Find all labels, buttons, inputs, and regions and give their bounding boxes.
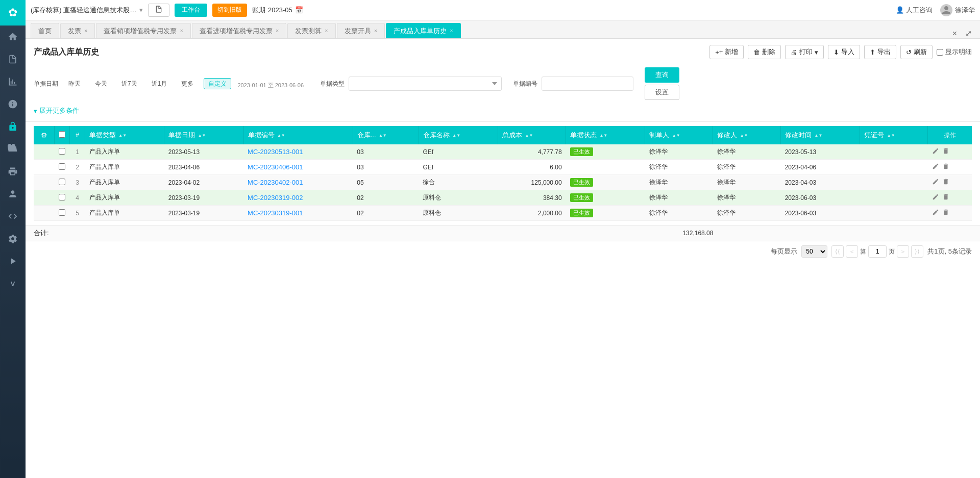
th-doc-type[interactable]: 单据类型 ▲▼ bbox=[85, 126, 164, 144]
tab-invoice[interactable]: 发票 × bbox=[60, 23, 95, 38]
row-checkbox[interactable] bbox=[55, 144, 70, 160]
row-select-checkbox[interactable] bbox=[59, 209, 65, 216]
row-checkbox[interactable] bbox=[55, 160, 70, 175]
th-status-sort[interactable]: ▲▼ bbox=[599, 133, 607, 138]
expand-more-btn[interactable]: ▾ 展开更多条件 bbox=[34, 104, 79, 117]
tab-invoice-close[interactable]: × bbox=[84, 28, 87, 34]
first-page-btn[interactable]: ⟨⟨ bbox=[831, 245, 844, 258]
sidebar-item-settings[interactable] bbox=[0, 228, 26, 250]
th-doc-date[interactable]: 单据日期 ▲▼ bbox=[164, 126, 243, 144]
date-btn-yesterday[interactable]: 昨天 bbox=[64, 78, 85, 90]
row-doc-number[interactable]: MC-20230319-002 bbox=[243, 190, 353, 206]
doc-icon-btn[interactable] bbox=[148, 4, 169, 17]
sidebar-item-assets[interactable] bbox=[0, 138, 26, 160]
tab-input-vat-close[interactable]: × bbox=[276, 28, 279, 34]
row-edit-icon[interactable] bbox=[932, 147, 939, 156]
calendar-icon[interactable]: 📅 bbox=[295, 6, 303, 14]
page-input[interactable] bbox=[868, 245, 887, 258]
prev-page-btn[interactable]: ＜ bbox=[846, 245, 858, 258]
th-total-cost-sort[interactable]: ▲▼ bbox=[525, 133, 533, 138]
per-page-select[interactable]: 10 20 50 100 bbox=[801, 245, 827, 258]
row-edit-icon[interactable] bbox=[932, 209, 939, 217]
refresh-btn[interactable]: ↺ 刷新 bbox=[900, 45, 933, 59]
th-checkbox[interactable] bbox=[55, 126, 70, 144]
switch-old-btn[interactable]: 切到旧版 bbox=[212, 4, 247, 17]
tab-invoice-open[interactable]: 发票开具 × bbox=[337, 23, 385, 38]
sidebar-item-doc[interactable] bbox=[0, 48, 26, 70]
show-detail-checkbox-label[interactable]: 显示明细 bbox=[937, 47, 972, 57]
row-delete-icon[interactable] bbox=[942, 163, 949, 171]
doc-number-link[interactable]: MC-20230319-001 bbox=[248, 209, 303, 217]
th-total-cost[interactable]: 总成本 ▲▼ bbox=[498, 126, 566, 144]
row-checkbox[interactable] bbox=[55, 175, 70, 190]
show-detail-checkbox[interactable] bbox=[937, 49, 943, 56]
support-area[interactable]: 👤 人工咨询 bbox=[896, 6, 933, 15]
tab-close-window-btn[interactable]: × bbox=[949, 29, 960, 38]
date-btn-7days[interactable]: 近7天 bbox=[117, 78, 141, 90]
tab-sales-vat[interactable]: 查看销项增值税专用发票 × bbox=[96, 23, 190, 38]
next-page-btn[interactable]: ＞ bbox=[897, 245, 909, 258]
row-checkbox[interactable] bbox=[55, 190, 70, 206]
doc-number-link[interactable]: MC-20230319-002 bbox=[248, 194, 303, 202]
tab-invoice-calc-close[interactable]: × bbox=[325, 28, 328, 34]
row-edit-icon[interactable] bbox=[932, 193, 939, 202]
th-doc-num-sort[interactable]: ▲▼ bbox=[277, 133, 285, 138]
new-btn[interactable]: + + 新增 bbox=[709, 45, 744, 59]
tab-product-history[interactable]: 产成品入库单历史 × bbox=[386, 23, 460, 38]
doc-number-link[interactable]: MC-20230406-001 bbox=[248, 163, 303, 171]
tab-input-vat[interactable]: 查看进项增值税专用发票 × bbox=[192, 23, 286, 38]
set-btn[interactable]: 设置 bbox=[645, 85, 679, 100]
th-status[interactable]: 单据状态 ▲▼ bbox=[566, 126, 645, 144]
sidebar-item-api[interactable] bbox=[0, 205, 26, 228]
tab-invoice-open-close[interactable]: × bbox=[374, 28, 377, 34]
print-btn[interactable]: 🖨 打印 ▾ bbox=[785, 45, 824, 59]
row-select-checkbox[interactable] bbox=[59, 163, 65, 170]
row-delete-icon[interactable] bbox=[942, 209, 949, 217]
row-doc-number[interactable]: MC-20230402-001 bbox=[243, 175, 353, 190]
query-btn[interactable]: 查询 bbox=[645, 67, 679, 83]
date-btn-more[interactable]: 更多 bbox=[177, 78, 198, 90]
th-doc-num[interactable]: 单据编号 ▲▼ bbox=[243, 126, 353, 144]
select-all-checkbox[interactable] bbox=[59, 131, 65, 138]
row-edit-icon[interactable] bbox=[932, 163, 939, 171]
doc-number-link[interactable]: MC-20230513-001 bbox=[248, 148, 303, 156]
sidebar-item-chart[interactable] bbox=[0, 70, 26, 93]
sidebar-item-version[interactable]: V bbox=[0, 272, 26, 295]
sidebar-item-home[interactable] bbox=[0, 26, 26, 48]
row-doc-number[interactable]: MC-20230513-001 bbox=[243, 144, 353, 160]
row-delete-icon[interactable] bbox=[942, 147, 949, 156]
tab-expand-btn[interactable]: ⤢ bbox=[962, 29, 975, 38]
th-creator[interactable]: 制单人 ▲▼ bbox=[645, 126, 713, 144]
row-select-checkbox[interactable] bbox=[59, 148, 65, 155]
sidebar-item-video[interactable] bbox=[0, 250, 26, 272]
row-delete-icon[interactable] bbox=[942, 178, 949, 187]
doc-number-link[interactable]: MC-20230402-001 bbox=[248, 179, 303, 186]
row-doc-number[interactable]: MC-20230406-001 bbox=[243, 160, 353, 175]
th-modify-time-sort[interactable]: ▲▼ bbox=[815, 133, 823, 138]
row-edit-icon[interactable] bbox=[932, 178, 939, 187]
row-select-checkbox[interactable] bbox=[59, 194, 65, 200]
doc-type-select[interactable]: 产品入库单 bbox=[349, 77, 502, 91]
th-settings[interactable]: ⚙ bbox=[34, 126, 55, 144]
tab-invoice-calc[interactable]: 发票测算 × bbox=[287, 23, 335, 38]
tab-product-history-close[interactable]: × bbox=[450, 28, 453, 34]
sidebar-item-manage[interactable] bbox=[0, 183, 26, 205]
row-select-checkbox[interactable] bbox=[59, 179, 65, 185]
company-selector[interactable]: (库存核算) 直播轻途通信息技术股份... ▾ bbox=[31, 6, 143, 15]
th-modify-time[interactable]: 修改时间 ▲▼ bbox=[781, 126, 860, 144]
row-checkbox[interactable] bbox=[55, 206, 70, 221]
delete-btn[interactable]: 🗑 删除 bbox=[748, 45, 781, 59]
tab-home[interactable]: 首页 bbox=[31, 23, 59, 38]
th-warehouse-name-sort[interactable]: ▲▼ bbox=[452, 133, 460, 138]
th-modifier[interactable]: 修改人 ▲▼ bbox=[713, 126, 781, 144]
import-btn[interactable]: ⬇ 导入 bbox=[828, 45, 860, 59]
th-modifier-sort[interactable]: ▲▼ bbox=[740, 133, 748, 138]
row-doc-number[interactable]: MC-20230319-001 bbox=[243, 206, 353, 221]
last-page-btn[interactable]: ⟩⟩ bbox=[911, 245, 923, 258]
export-btn[interactable]: ⬆ 导出 bbox=[864, 45, 896, 59]
workbench-btn[interactable]: 工作台 bbox=[175, 4, 207, 17]
sidebar-item-tax[interactable] bbox=[0, 93, 26, 115]
th-warehouse-name[interactable]: 仓库名称 ▲▼ bbox=[419, 126, 498, 144]
user-area[interactable]: 徐泽华 bbox=[940, 4, 975, 16]
sidebar-item-print[interactable] bbox=[0, 160, 26, 183]
